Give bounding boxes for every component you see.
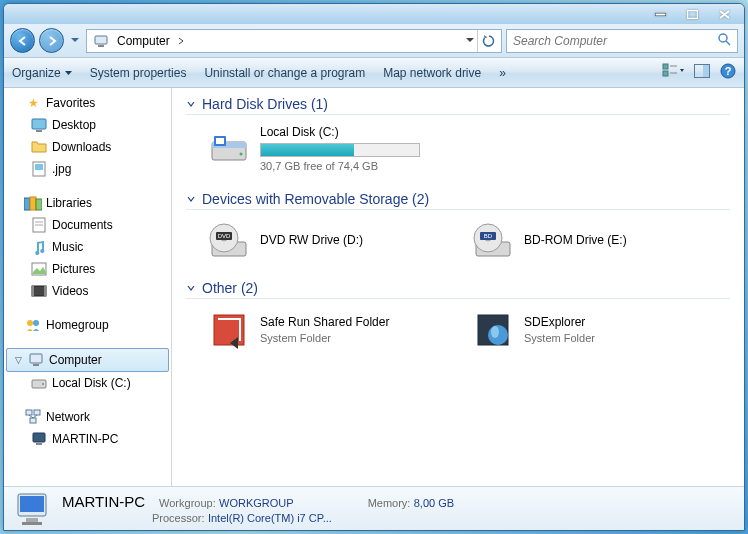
network-icon bbox=[24, 408, 42, 426]
svg-rect-40 bbox=[36, 443, 42, 445]
sidebar-network[interactable]: Network bbox=[4, 406, 171, 428]
group-removable-storage[interactable]: Devices with Removable Storage (2) bbox=[186, 191, 730, 210]
help-button[interactable]: ? bbox=[720, 63, 736, 82]
svg-rect-20 bbox=[36, 199, 42, 210]
svg-rect-3 bbox=[98, 45, 104, 47]
sidebar-item-pictures[interactable]: Pictures bbox=[4, 258, 171, 280]
svg-point-45 bbox=[240, 152, 243, 155]
dvd-drive-icon: DVD bbox=[208, 220, 250, 262]
svg-rect-36 bbox=[30, 418, 36, 423]
svg-rect-1 bbox=[687, 10, 697, 18]
map-drive-button[interactable]: Map network drive bbox=[383, 66, 481, 80]
folder-sdexplorer[interactable]: SDExplorerSystem Folder bbox=[470, 307, 710, 353]
sidebar-item-desktop[interactable]: Desktop bbox=[4, 114, 171, 136]
svg-rect-31 bbox=[33, 364, 39, 366]
svg-point-29 bbox=[33, 320, 39, 326]
sidebar-favorites[interactable]: ★Favorites bbox=[4, 92, 171, 114]
svg-rect-62 bbox=[26, 518, 38, 522]
homegroup-icon bbox=[24, 316, 42, 334]
sidebar-item-martin-pc[interactable]: MARTIN-PC bbox=[4, 428, 171, 450]
pc-icon bbox=[30, 430, 48, 448]
sidebar-homegroup[interactable]: Homegroup bbox=[4, 314, 171, 336]
svg-point-59 bbox=[491, 326, 499, 338]
folder-safe-run[interactable]: Safe Run Shared FolderSystem Folder bbox=[206, 307, 446, 353]
search-icon bbox=[717, 32, 731, 50]
titlebar bbox=[4, 4, 744, 24]
breadcrumb-computer[interactable]: Computer bbox=[113, 34, 174, 48]
uninstall-button[interactable]: Uninstall or change a program bbox=[204, 66, 365, 80]
svg-rect-2 bbox=[95, 36, 107, 44]
refresh-button[interactable] bbox=[477, 30, 499, 52]
drive-icon bbox=[30, 374, 48, 392]
svg-rect-17 bbox=[35, 164, 43, 170]
drive-status: 30,7 GB free of 74,4 GB bbox=[260, 159, 420, 173]
svg-rect-26 bbox=[32, 286, 34, 296]
sidebar-computer[interactable]: ▽Computer bbox=[6, 348, 169, 372]
drive-bd-rom[interactable]: BD BD-ROM Drive (E:) bbox=[470, 218, 710, 264]
drive-dvd-rw[interactable]: DVD DVD RW Drive (D:) bbox=[206, 218, 446, 264]
svg-rect-27 bbox=[44, 286, 46, 296]
drive-name: Local Disk (C:) bbox=[260, 125, 420, 141]
music-icon bbox=[30, 238, 48, 256]
group-hard-disk-drives[interactable]: Hard Disk Drives (1) bbox=[186, 96, 730, 115]
svg-rect-15 bbox=[36, 130, 42, 132]
view-button[interactable] bbox=[662, 63, 684, 82]
sidebar-item-documents[interactable]: Documents bbox=[4, 214, 171, 236]
svg-rect-18 bbox=[24, 198, 30, 210]
svg-rect-25 bbox=[32, 286, 46, 296]
svg-text:?: ? bbox=[725, 65, 732, 77]
navigation-bar: Computer bbox=[4, 24, 744, 58]
sidebar-libraries[interactable]: Libraries bbox=[4, 192, 171, 214]
body: ★Favorites Desktop Downloads .jpg Librar… bbox=[4, 88, 744, 486]
back-button[interactable] bbox=[10, 28, 35, 53]
svg-rect-30 bbox=[30, 354, 42, 363]
desktop-icon bbox=[30, 116, 48, 134]
videos-icon bbox=[30, 282, 48, 300]
group-other[interactable]: Other (2) bbox=[186, 280, 730, 299]
svg-line-5 bbox=[726, 41, 730, 45]
preview-pane-button[interactable] bbox=[694, 64, 710, 81]
svg-rect-34 bbox=[26, 410, 32, 415]
address-bar[interactable]: Computer bbox=[86, 29, 502, 53]
computer-icon bbox=[91, 31, 111, 51]
address-dropdown[interactable] bbox=[463, 38, 477, 43]
computer-large-icon bbox=[14, 490, 52, 528]
breadcrumb-chevron[interactable] bbox=[174, 37, 188, 45]
forward-button[interactable] bbox=[39, 28, 64, 53]
svg-text:DVD: DVD bbox=[218, 233, 231, 239]
organize-button[interactable]: Organize bbox=[12, 66, 72, 80]
sidebar-item-music[interactable]: Music bbox=[4, 236, 171, 258]
toolbar-more[interactable]: » bbox=[499, 66, 506, 80]
sidebar-item-videos[interactable]: Videos bbox=[4, 280, 171, 302]
sidebar-item-downloads[interactable]: Downloads bbox=[4, 136, 171, 158]
search-input[interactable] bbox=[513, 34, 717, 48]
content-pane: Hard Disk Drives (1) Local Disk (C:) 30,… bbox=[172, 88, 744, 486]
computer-icon bbox=[27, 351, 45, 369]
svg-rect-61 bbox=[20, 496, 44, 512]
history-dropdown[interactable] bbox=[68, 28, 82, 53]
svg-rect-19 bbox=[30, 197, 36, 210]
libraries-icon bbox=[24, 194, 42, 212]
sidebar-item-jpg[interactable]: .jpg bbox=[4, 158, 171, 180]
toolbar: Organize System properties Uninstall or … bbox=[4, 58, 744, 88]
image-icon bbox=[30, 160, 48, 178]
details-pane: MARTIN-PC Workgroup: WORKGROUP Memory: 8… bbox=[4, 486, 744, 530]
system-properties-button[interactable]: System properties bbox=[90, 66, 187, 80]
svg-rect-35 bbox=[34, 410, 40, 415]
sidebar-item-local-disk[interactable]: Local Disk (C:) bbox=[4, 372, 171, 394]
documents-icon bbox=[30, 216, 48, 234]
drive-local-disk-c[interactable]: Local Disk (C:) 30,7 GB free of 74,4 GB bbox=[206, 123, 446, 175]
navigation-pane: ★Favorites Desktop Downloads .jpg Librar… bbox=[4, 88, 172, 486]
svg-point-4 bbox=[719, 34, 727, 42]
svg-rect-11 bbox=[703, 65, 709, 77]
search-box[interactable] bbox=[506, 29, 738, 53]
svg-point-28 bbox=[27, 320, 33, 326]
folder-icon bbox=[30, 138, 48, 156]
minimize-button[interactable] bbox=[646, 7, 674, 21]
svg-rect-6 bbox=[663, 64, 668, 69]
maximize-button[interactable] bbox=[678, 7, 706, 21]
status-computer-name: MARTIN-PC bbox=[62, 493, 145, 510]
svg-rect-63 bbox=[22, 522, 42, 525]
svg-text:BD: BD bbox=[484, 233, 493, 239]
close-button[interactable] bbox=[710, 7, 738, 21]
